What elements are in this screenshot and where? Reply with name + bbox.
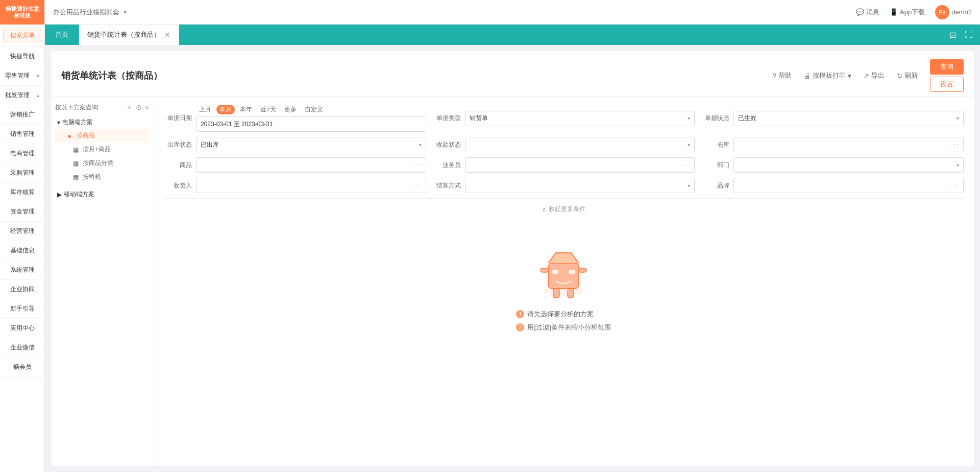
settle-dropdown-arrow: ▾ — [688, 183, 690, 188]
chevron-down-icon: ▾ — [37, 73, 39, 79]
sidebar-item-ecommerce[interactable]: 电商管理 — [0, 144, 44, 163]
query-button[interactable]: 查询 — [930, 59, 964, 75]
filter-row-1: 单据日期 上月 本月 本年 近7天 更多 自定义 — [163, 105, 964, 132]
refresh-button[interactable]: ↻ 刷新 — [893, 69, 922, 82]
sidebar-item-wholesale-label: 批发管理 — [5, 91, 30, 100]
add-scheme-icon[interactable]: ＋ — [126, 103, 133, 112]
brand-ellipsis: ··· — [951, 181, 959, 190]
sidebar-item-wechat[interactable]: 企业微信 — [0, 338, 44, 358]
export-button[interactable]: ↗ 导出 — [860, 69, 889, 82]
sidebar-item-member[interactable]: 畅会员 — [0, 358, 44, 377]
scheme-by-cashier[interactable]: ▦ 按司机 — [55, 170, 149, 184]
date-tab-lastmonth[interactable]: 上月 — [196, 105, 214, 114]
tab-home[interactable]: 首页 — [45, 25, 79, 45]
topbar-dropdown-icon[interactable]: ▾ — [124, 9, 127, 16]
scheme-grid-icon-1: ▦ — [71, 146, 80, 154]
svg-rect-7 — [553, 289, 559, 298]
template-print-label: 按模板打印 — [813, 71, 846, 80]
print-icon: 🖨 — [804, 72, 811, 80]
tab-close-icon[interactable]: ✕ — [164, 31, 170, 39]
sidebar-item-retail[interactable]: 零售管理 ▾ — [0, 66, 44, 86]
empty-tips: 1 请先选择要分析的方案 2 用[过滤]条件来缩小分析范围 — [516, 310, 610, 336]
scheme-by-month-product[interactable]: ▦ 按月+商品 — [55, 143, 149, 156]
date-tabs: 上月 本月 本年 近7天 更多 自定义 — [196, 105, 426, 114]
date-range-value: 2023-03-01 至 2023-03-31 — [201, 120, 273, 129]
maximize-button[interactable]: ⛶ — [962, 28, 976, 42]
tab-active[interactable]: 销货单统计表（按商品） ✕ — [79, 25, 179, 45]
sidebar-item-quick-nav[interactable]: 快捷导航 — [0, 47, 44, 66]
out-input[interactable]: 已出库 ▾ — [196, 137, 426, 152]
desktop-group-title[interactable]: ▾ 电脑端方案 — [55, 116, 149, 129]
date-range-input[interactable]: 2023-03-01 至 2023-03-31 — [196, 116, 426, 132]
settings-button[interactable]: 设置 — [930, 77, 964, 92]
avatar-text: Ea — [939, 9, 946, 15]
search-menu-button[interactable]: 搜索菜单 — [3, 29, 41, 42]
scheme-by-product[interactable]: ● 按商品 — [55, 129, 149, 143]
minimize-button[interactable]: ⊡ — [945, 28, 960, 42]
brand-input[interactable]: ··· — [733, 178, 964, 193]
date-tab-thisyear[interactable]: 本年 — [237, 105, 255, 114]
message-label: 消息 — [866, 8, 879, 17]
sidebar-item-inventory[interactable]: 库存核算 — [0, 183, 44, 202]
active-tab-label: 销货单统计表（按商品） — [87, 30, 160, 39]
sidebar-item-guide[interactable]: 新手引导 — [0, 299, 44, 319]
dept-input[interactable]: ▾ — [733, 157, 964, 173]
product-input[interactable]: ··· — [196, 157, 426, 173]
date-tab-more[interactable]: 更多 — [281, 105, 300, 114]
avatar: Ea — [935, 5, 949, 19]
collapse-panel-icon[interactable]: « — [145, 104, 149, 111]
scheme-by-category[interactable]: ▦ 按商品分类 — [55, 156, 149, 170]
sidebar-item-wholesale[interactable]: 批发管理 ▴ — [0, 86, 44, 105]
receiver-input[interactable]: ··· — [196, 178, 426, 193]
edit-scheme-icon[interactable]: ⊙ — [136, 103, 142, 111]
receipt-input[interactable]: ▾ — [465, 137, 695, 152]
status-input[interactable]: 已生效 ▾ — [733, 111, 964, 126]
refresh-label: 刷新 — [904, 71, 918, 80]
template-print-button[interactable]: 🖨 按模板打印 ▾ — [800, 69, 855, 82]
username-label: demo2 — [951, 8, 972, 16]
sidebar-item-enterprise[interactable]: 企业协同 — [0, 280, 44, 299]
salesperson-input[interactable]: ··· — [465, 157, 695, 173]
filter-product: 商品 ··· — [163, 157, 426, 173]
date-tab-7days[interactable]: 近7天 — [257, 105, 279, 114]
scheme-by-cashier-label: 按司机 — [83, 173, 101, 181]
app-download-button[interactable]: 📱 App下载 — [890, 8, 925, 17]
type-input[interactable]: 销货单 ▾ — [465, 111, 695, 126]
sidebar-item-sales[interactable]: 销售管理 — [0, 125, 44, 144]
desktop-scheme-group: ▾ 电脑端方案 ● 按商品 ▦ 按月+商品 ▦ — [55, 116, 149, 184]
sidebar-item-apps[interactable]: 应用中心 — [0, 319, 44, 338]
sidebar-item-marketing[interactable]: 营销推广 — [0, 105, 44, 125]
sidebar-item-basic[interactable]: 基础信息 — [0, 241, 44, 261]
sidebar-item-operations[interactable]: 经营管理 — [0, 222, 44, 241]
out-label: 出库状态 — [163, 140, 192, 149]
sidebar-search-area: 搜索菜单 — [0, 25, 44, 47]
sidebar-item-finance[interactable]: 资金管理 — [0, 202, 44, 222]
salesperson-ellipsis: ··· — [682, 160, 690, 170]
filter-row-4: 收货人 ··· 结算方式 ▾ — [163, 178, 964, 193]
brand-label: 品牌 — [701, 181, 729, 190]
collapse-button[interactable]: ∧ 收起更多条件 — [536, 203, 592, 216]
date-tab-thismonth[interactable]: 本月 — [216, 105, 235, 114]
tip-num-1: 1 — [516, 310, 524, 318]
sidebar-item-system[interactable]: 系统管理 — [0, 261, 44, 280]
user-menu[interactable]: Ea demo2 — [935, 5, 972, 19]
warehouse-ellipsis: ··· — [951, 140, 959, 149]
scheme-by-category-label: 按商品分类 — [83, 159, 113, 168]
warehouse-input[interactable]: ··· — [733, 137, 964, 152]
filter-receipt-status: 收款状态 ▾ — [432, 137, 695, 152]
settle-input[interactable]: ▾ — [465, 178, 695, 193]
sidebar-item-purchase[interactable]: 采购管理 — [0, 163, 44, 183]
salesperson-label: 业务员 — [432, 161, 461, 170]
mobile-group-title[interactable]: ▶ 移动端方案 — [55, 188, 149, 201]
logo-text: 畅捷通好生意 — [6, 6, 39, 12]
receiver-ellipsis: ··· — [413, 181, 421, 190]
scheme-by-product-label: 按商品 — [77, 131, 95, 140]
date-tab-custom[interactable]: 自定义 — [302, 105, 326, 114]
message-button[interactable]: 💬 消息 — [856, 8, 879, 17]
left-scheme-panel: 按以下方案查询 ＋ ⊙ « ▾ 电脑端方案 ● — [51, 97, 153, 466]
filter-dept: 部门 ▾ — [701, 157, 964, 173]
mobile-expand-icon: ▶ — [57, 191, 62, 198]
filter-type: 单据类型 销货单 ▾ — [432, 105, 695, 132]
help-button[interactable]: ? 帮助 — [769, 69, 796, 82]
app-icon: 📱 — [890, 8, 898, 16]
